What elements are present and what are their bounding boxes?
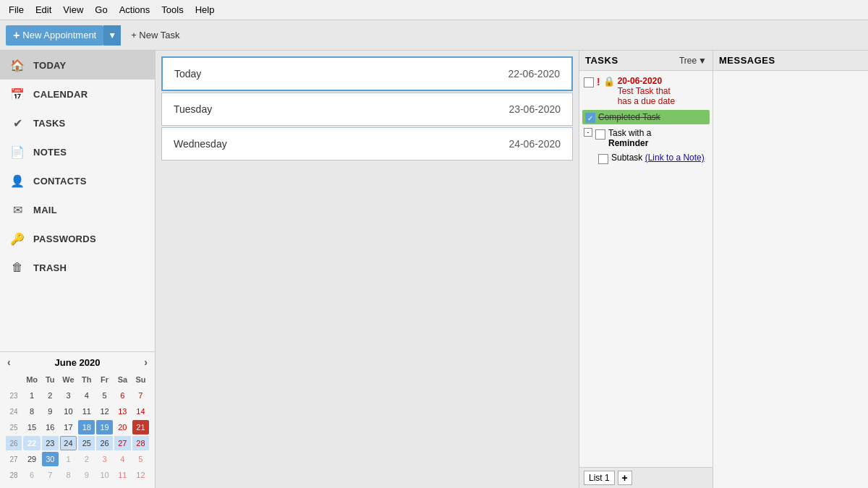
cal-next-button[interactable]: › (141, 356, 150, 368)
cal-day-26-28[interactable]: 28 (132, 436, 149, 450)
sidebar-item-contacts[interactable]: 👤 CONTACTS (0, 166, 155, 195)
cal-day-25-20[interactable]: 20 (114, 420, 131, 435)
menu-file[interactable]: File (3, 3, 30, 17)
cal-day-27-4[interactable]: 4 (114, 452, 131, 466)
cal-day-28-7[interactable]: 7 (42, 468, 59, 482)
cal-day-24-8[interactable]: 8 (23, 404, 41, 419)
menu-help[interactable]: Help (190, 3, 221, 17)
cal-day-26-24[interactable]: 24 (60, 436, 77, 450)
cal-day-24-9[interactable]: 9 (42, 404, 59, 419)
day-row-today[interactable]: Today 22-06-2020 (161, 56, 573, 91)
cal-day-28-6[interactable]: 6 (23, 468, 41, 482)
sidebar-item-today[interactable]: 🏠 TODAY (0, 51, 155, 80)
cal-day-25-21[interactable]: 21 (132, 420, 149, 435)
main-area: Today 22-06-2020 Tuesday 23-06-2020 Wedn… (156, 51, 579, 488)
cal-day-24-10[interactable]: 10 (60, 404, 77, 419)
cal-day-23-2[interactable]: 2 (42, 388, 59, 403)
cal-week-28: 286789101112 (6, 468, 149, 482)
cal-day-25-19[interactable]: 19 (96, 420, 113, 435)
task-checkbox-2[interactable]: ✓ (585, 113, 595, 123)
cal-day-27-30[interactable]: 30 (42, 452, 59, 466)
cal-weeknum-23: 23 (6, 388, 22, 403)
cal-day-27-29[interactable]: 29 (23, 452, 41, 466)
menu-actions[interactable]: Actions (114, 3, 156, 17)
cal-day-26-26[interactable]: 26 (96, 436, 113, 450)
task-item-3: - Task with a Reminder Subtask (Link to … (582, 126, 710, 166)
day-row-tuesday[interactable]: Tuesday 23-06-2020 (161, 93, 573, 126)
sidebar-item-tasks[interactable]: ✔ TASKS (0, 108, 155, 137)
cal-day-27-5[interactable]: 5 (132, 452, 149, 466)
tasks-list-1-button[interactable]: List 1 (584, 471, 615, 485)
task-link-3-1[interactable]: (Link to a Note) (645, 153, 705, 163)
cal-day-28-12[interactable]: 12 (132, 468, 149, 482)
cal-day-23-7[interactable]: 7 (132, 388, 149, 403)
task-checkbox-1[interactable] (584, 77, 594, 87)
cal-day-27-2[interactable]: 2 (78, 452, 95, 466)
cal-day-25-16[interactable]: 16 (42, 420, 59, 435)
cal-weekday-Tu: Tu (42, 372, 59, 387)
new-appointment-dropdown[interactable]: ▼ (103, 25, 121, 46)
new-appointment-button[interactable]: + New Appointment (6, 25, 103, 46)
menu-view[interactable]: View (57, 3, 89, 17)
cal-weeknum-26: 26 (6, 436, 22, 450)
plus-icon: + (13, 29, 20, 42)
cal-day-26-23[interactable]: 23 (42, 436, 59, 450)
cal-day-28-9[interactable]: 9 (78, 468, 95, 482)
new-task-button[interactable]: + New Task (124, 26, 187, 44)
cal-weekday-We: We (60, 372, 77, 387)
menu-go[interactable]: Go (89, 3, 113, 17)
sidebar-icon-calendar: 📅 (9, 85, 26, 103)
task-checkbox-3[interactable] (595, 129, 605, 140)
cal-day-24-11[interactable]: 11 (78, 404, 95, 419)
sidebar-item-trash[interactable]: 🗑 TRASH (0, 253, 155, 282)
cal-day-27-1[interactable]: 1 (60, 452, 77, 466)
sidebar-item-mail[interactable]: ✉ MAIL (0, 195, 155, 224)
cal-day-28-11[interactable]: 11 (114, 468, 131, 482)
sidebar-item-passwords[interactable]: 🔑 PASSWORDS (0, 224, 155, 253)
task-text-2: Completed Task (598, 112, 660, 122)
sidebar-item-calendar[interactable]: 📅 CALENDAR (0, 80, 155, 108)
cal-day-24-13[interactable]: 13 (114, 404, 131, 419)
cal-day-23-6[interactable]: 6 (114, 388, 131, 403)
task-checkbox-3-1[interactable] (598, 154, 608, 164)
task-lock-icon: 🔒 (603, 76, 615, 87)
sidebar-label-contacts: CONTACTS (33, 176, 87, 187)
tasks-view-dropdown-icon: ▼ (698, 56, 707, 66)
cal-day-25-15[interactable]: 15 (23, 420, 41, 435)
cal-weekday-Mo: Mo (23, 372, 41, 387)
cal-day-23-1[interactable]: 1 (23, 388, 41, 403)
cal-day-23-3[interactable]: 3 (60, 388, 77, 403)
cal-day-26-25[interactable]: 25 (78, 436, 95, 450)
tasks-add-list-button[interactable]: + (618, 471, 632, 485)
cal-day-26-27[interactable]: 27 (114, 436, 131, 450)
cal-day-24-14[interactable]: 14 (132, 404, 149, 419)
sidebar-icon-trash: 🗑 (9, 259, 26, 276)
cal-day-26-22[interactable]: 22 (23, 436, 41, 450)
cal-day-25-18[interactable]: 18 (78, 420, 95, 435)
messages-title: MESSAGES (713, 51, 868, 71)
menu-tools[interactable]: Tools (156, 3, 189, 17)
task-item-3-1: Subtask (Link to a Note) (597, 150, 710, 166)
sidebar-item-notes[interactable]: 📄 NOTES (0, 137, 155, 166)
cal-day-28-10[interactable]: 10 (96, 468, 113, 482)
cal-day-23-4[interactable]: 4 (78, 388, 95, 403)
cal-day-23-5[interactable]: 5 (96, 388, 113, 403)
day-list: Today 22-06-2020 Tuesday 23-06-2020 Wedn… (156, 51, 579, 166)
sidebar-label-trash: TRASH (33, 262, 67, 273)
sidebar-label-mail: MAIL (33, 205, 57, 215)
tasks-view-selector[interactable]: Tree ▼ (679, 56, 707, 66)
cal-prev-button[interactable]: ‹ (4, 356, 14, 368)
menu-edit[interactable]: Edit (30, 3, 57, 17)
cal-day-25-17[interactable]: 17 (60, 420, 77, 435)
cal-day-27-3[interactable]: 3 (96, 452, 113, 466)
sidebar-icon-mail: ✉ (9, 201, 26, 218)
day-row-wednesday[interactable]: Wednesday 24-06-2020 (161, 127, 573, 160)
cal-day-28-8[interactable]: 8 (60, 468, 77, 482)
day-name: Wednesday (174, 138, 227, 150)
menubar: File Edit View Go Actions Tools Help (0, 0, 868, 20)
sidebar-icon-today: 🏠 (9, 56, 26, 74)
cal-weekday-Sa: Sa (114, 372, 131, 387)
cal-day-24-12[interactable]: 12 (96, 404, 113, 419)
sidebar: 🏠 TODAY 📅 CALENDAR ✔ TASKS 📄 NOTES 👤 CON… (0, 51, 156, 488)
task-expand-3[interactable]: - (584, 128, 592, 137)
